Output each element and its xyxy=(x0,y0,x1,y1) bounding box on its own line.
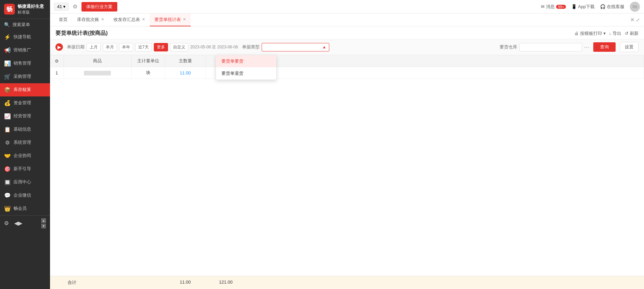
sales-icon: 📊 xyxy=(4,60,11,67)
row-num: 1 xyxy=(50,67,64,79)
tab-inventory-batch[interactable]: 库存批次账 ✕ xyxy=(72,14,109,26)
tab-close-all[interactable]: ✕ xyxy=(630,17,635,23)
date-btn-custom[interactable]: 自定义 xyxy=(170,43,188,51)
table-row: 1 块 11.00 121.00 xyxy=(50,67,644,79)
filter-bar: ▶ 单据日期 上月 本月 本年 近7天 更多 自定义 2023-05-06 至 … xyxy=(50,39,644,55)
sidebar-item-app-center[interactable]: 🔲 应用中心 xyxy=(0,176,50,189)
row-goods xyxy=(64,67,131,79)
tab-close-order-stats[interactable]: ✕ xyxy=(183,17,186,22)
col-header-settings[interactable]: ⚙ xyxy=(50,55,64,67)
message-btn[interactable]: ✉ 消息 99+ xyxy=(541,4,566,10)
warehouse-input[interactable] xyxy=(519,43,582,51)
sidebar-item-enterprise[interactable]: 🤝 企业协同 xyxy=(0,149,50,162)
topbar: 41 ▾ ⚙ 体验行业方案 ✉ 消息 99+ 📱 App下载 🎧 在线客服 Ri… xyxy=(50,0,644,14)
tab-receivable-summary[interactable]: 收发存汇总表 ✕ xyxy=(109,14,150,26)
date-btn-this-year[interactable]: 本年 xyxy=(119,43,133,51)
wechat-icon: 💬 xyxy=(4,192,11,199)
type-select-value xyxy=(265,45,266,50)
inventory-icon: 📦 xyxy=(4,87,11,93)
sidebar-toggle-icon[interactable]: ◀▶ xyxy=(14,220,22,226)
type-select[interactable]: ▲ xyxy=(262,43,329,51)
topbar-right: ✉ 消息 99+ 📱 App下载 🎧 在线客服 Rit xyxy=(541,2,640,12)
footer-label: 合计 xyxy=(64,280,131,286)
dropdown-item-purchase-order[interactable]: 要货单要货 xyxy=(216,55,276,67)
date-btn-this-month[interactable]: 本月 xyxy=(103,43,117,51)
goods-placeholder xyxy=(84,71,111,75)
message-icon: ✉ xyxy=(541,4,545,9)
app-center-icon: 🔲 xyxy=(4,179,11,185)
type-filter-group: 单据类型 ▲ xyxy=(242,43,496,51)
sidebar-item-operations[interactable]: 📈 经营管理 xyxy=(0,110,50,123)
sidebar-item-purchase[interactable]: 🛒 采购管理 xyxy=(0,70,50,83)
settings-bottom-icon[interactable]: ⚙ xyxy=(4,220,9,226)
sidebar-scroll-down[interactable]: ▼ xyxy=(41,224,46,228)
sidebar-item-wechat[interactable]: 💬 企业微信 xyxy=(0,189,50,202)
membership-icon: 👑 xyxy=(4,205,11,212)
settings-btn[interactable]: 设置 xyxy=(620,42,639,52)
search-menu[interactable]: 🔍 搜索菜单 xyxy=(0,19,50,30)
date-btn-last-month[interactable]: 上月 xyxy=(87,43,101,51)
export-btn[interactable]: ↓ 导出 xyxy=(609,30,622,37)
col-header-qty: 主数量 xyxy=(165,55,206,67)
sidebar-item-inventory[interactable]: 📦 库存核算 xyxy=(0,83,50,96)
search-icon: 🔍 xyxy=(4,22,10,27)
sidebar-item-marketing[interactable]: 📢 营销推广 xyxy=(0,44,50,57)
refresh-btn[interactable]: ↺ 刷新 xyxy=(625,30,639,37)
table-footer: 合计 11.00 121.00 xyxy=(50,276,644,289)
sidebar-item-quick-nav[interactable]: ⚡ 快捷导航 xyxy=(0,30,50,44)
user-avatar[interactable]: Rit xyxy=(630,2,640,12)
topbar-left: 41 ▾ ⚙ 体验行业方案 xyxy=(54,2,117,12)
tab-order-stats[interactable]: 要货单统计表 ✕ xyxy=(150,14,191,26)
finance-icon: 💰 xyxy=(4,100,11,106)
table-area: ⚙ 商品 主计量单位 主数量 零售金额 1 块 xyxy=(50,55,644,276)
sidebar-item-guide[interactable]: 🎯 新手引导 xyxy=(0,162,50,176)
app-download-btn[interactable]: 📱 App下载 xyxy=(571,4,595,10)
enterprise-icon: 🤝 xyxy=(4,153,11,159)
online-service-btn[interactable]: 🎧 在线客服 xyxy=(600,4,624,10)
sidebar-item-basic[interactable]: 📋 基础信息 xyxy=(0,123,50,136)
row-unit: 块 xyxy=(131,67,165,79)
sidebar-item-sales[interactable]: 📊 销售管理 xyxy=(0,57,50,70)
topbar-gear-icon[interactable]: ⚙ xyxy=(73,3,77,10)
footer-qty: 11.00 xyxy=(165,280,206,286)
date-btn-more[interactable]: 更多 xyxy=(154,43,168,51)
sidebar-item-membership[interactable]: 👑 畅会员 xyxy=(0,202,50,215)
service-icon: 🎧 xyxy=(600,4,605,9)
quick-nav-icon: ⚡ xyxy=(4,34,11,40)
sidebar-logo: 畅 畅捷通好生意 标准版 xyxy=(0,0,50,19)
avatar-placeholder: Rit xyxy=(633,5,637,9)
system-icon: ⚙ xyxy=(4,139,11,146)
sidebar-item-system[interactable]: ⚙ 系统管理 xyxy=(0,136,50,149)
row-extra xyxy=(246,67,644,79)
dropdown-item-return-order[interactable]: 要货单退货 xyxy=(216,67,276,80)
tab-expand-icon[interactable]: ⤢ xyxy=(636,17,640,23)
tab-home[interactable]: 首页 xyxy=(54,14,72,26)
footer-amount: 121.00 xyxy=(206,280,246,286)
export-icon: ↓ xyxy=(609,31,612,36)
industry-btn[interactable]: 体验行业方案 xyxy=(81,2,117,12)
sidebar: 畅 畅捷通好生意 标准版 🔍 搜索菜单 ⚡ 快捷导航 📢 营销推广 📊 销售管理… xyxy=(0,0,50,289)
tab-close-receivable-summary[interactable]: ✕ xyxy=(142,17,145,22)
col-header-extra xyxy=(246,55,644,67)
print-dropdown-icon: ▾ xyxy=(603,31,606,36)
logo-text: 畅捷通好生意 标准版 xyxy=(18,3,44,15)
sidebar-item-finance[interactable]: 💰 资金管理 xyxy=(0,96,50,110)
tab-close-inventory-batch[interactable]: ✕ xyxy=(101,17,104,22)
operations-icon: 📈 xyxy=(4,113,11,119)
date-filter-group: 单据日期 上月 本月 本年 近7天 更多 自定义 2023-05-06 至 20… xyxy=(67,43,238,51)
page-header: 要货单统计表(按商品) 🖨 按模板打印 ▾ ↓ 导出 ↺ 刷新 xyxy=(50,26,644,39)
query-btn[interactable]: 查询 xyxy=(593,42,616,52)
date-btn-last-7-days[interactable]: 近7天 xyxy=(135,43,152,51)
sidebar-bottom: ⚙ ◀▶ ▲ ▼ xyxy=(0,215,50,231)
sidebar-scroll-up[interactable]: ▲ xyxy=(41,218,46,223)
print-btn[interactable]: 🖨 按模板打印 ▾ xyxy=(574,30,606,37)
company-selector[interactable]: 41 ▾ xyxy=(54,3,69,10)
col-header-goods: 商品 xyxy=(64,55,131,67)
filter-expand-btn[interactable]: ▶ xyxy=(55,43,63,51)
date-range-display: 2023-05-06 至 2023-06-06 xyxy=(190,44,238,50)
warehouse-more-icon[interactable]: ··· xyxy=(584,44,589,51)
row-qty[interactable]: 11.00 xyxy=(165,67,206,79)
data-table: ⚙ 商品 主计量单位 主数量 零售金额 1 块 xyxy=(50,55,644,79)
main-content: 41 ▾ ⚙ 体验行业方案 ✉ 消息 99+ 📱 App下载 🎧 在线客服 Ri… xyxy=(50,0,644,289)
app-icon: 📱 xyxy=(571,4,577,9)
